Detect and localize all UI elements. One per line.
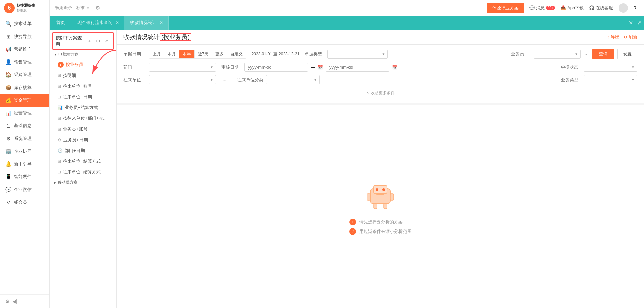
collapse-sidebar-icon[interactable]: ◀|| (12, 299, 18, 304)
member-icon: V (5, 199, 11, 205)
grid-icon: ⊞ (58, 73, 61, 78)
settings-scheme-button[interactable]: ⚙ (94, 37, 102, 45)
tab-home[interactable]: 首页 (50, 16, 72, 30)
logo-icon: 6 (4, 3, 15, 13)
salesperson-label: 业务员 (511, 51, 531, 57)
settings-button[interactable]: 设置 (617, 49, 637, 59)
sidebar-item-label: 快捷导航 (14, 34, 32, 40)
tab-bank[interactable]: 现金银行流水查询 ✕ (72, 16, 125, 30)
sidebar-item-sales[interactable]: 👤 销售管理 (0, 56, 49, 68)
scheme-by-salesperson-account[interactable]: ⊟ 业务员+账号 (50, 124, 116, 135)
sidebar-item-wechat[interactable]: 💬 企业微信 (0, 183, 49, 196)
scheme-by-salesperson-date[interactable]: ⚙ 业务员+日期 (50, 135, 116, 145)
sidebar-item-purchase[interactable]: 🏠 采购管理 (0, 68, 49, 81)
partner-more-icon[interactable]: ··· (223, 77, 226, 82)
expand-window-icon[interactable]: ⤢ (637, 20, 641, 26)
demo-button[interactable]: 体验行业方案 (487, 3, 524, 13)
biz-type-select[interactable] (584, 75, 637, 84)
close-window-icon[interactable]: ✕ (629, 20, 633, 26)
sidebar-item-marketing[interactable]: 📢 营销推广 (0, 43, 49, 56)
page-title: 收款情况统计(按业务员) (123, 33, 607, 41)
calendar-to-icon[interactable]: 📅 (392, 65, 397, 70)
salesperson-more-icon[interactable]: ··· (583, 52, 587, 57)
partner-category-select[interactable] (266, 75, 320, 84)
svg-rect-6 (390, 194, 394, 200)
calendar-from-icon[interactable]: 📅 (318, 65, 323, 70)
scheme-by-unit-account[interactable]: ⊟ 往来单位+账号 (50, 81, 116, 92)
review-date-to[interactable] (326, 63, 389, 72)
svg-rect-1 (374, 185, 387, 194)
settings-footer-icon[interactable]: ⚙ (5, 299, 10, 304)
date-tab-7days[interactable]: 近7天 (195, 50, 212, 58)
tab-bank-close[interactable]: ✕ (116, 20, 119, 25)
scheme-by-dept-date[interactable]: 🕐 部门+日期 (50, 145, 116, 156)
sales-icon: 👤 (5, 59, 11, 65)
gear-icon[interactable]: ⚙ (95, 5, 100, 11)
desktop-section-title[interactable]: ▼ 电脑端方案 (50, 50, 116, 59)
salesperson-select[interactable] (534, 50, 581, 59)
collapse-more-button[interactable]: ∧ 收起更多条件 (123, 88, 637, 99)
date-from: 2023-01-01 (252, 52, 272, 56)
sidebar-item-label: 资金管理 (14, 97, 32, 103)
app-download-action[interactable]: 📥 App下载 (560, 5, 584, 11)
svg-rect-8 (384, 204, 387, 209)
online-service-action[interactable]: 🎧 在线客服 (589, 5, 613, 11)
grid5-icon: ⊟ (58, 127, 61, 132)
scheme-by-unit-settle2[interactable]: ⊟ 往来单位+结算方式 (50, 167, 116, 177)
scheme-by-unit-settle1[interactable]: ⊟ 往来单位+结算方式 (50, 156, 116, 167)
biz-type-label: 业务类型 (561, 77, 581, 83)
scheme-by-salesperson-settle[interactable]: 📊 业务员+结算方式 (50, 102, 116, 113)
date-tab-lastmonth[interactable]: 上月 (149, 50, 164, 58)
scheme-by-unit-dept[interactable]: ⊟ 按往来单位+部门+收... (50, 113, 116, 124)
export-button[interactable]: ↑ 导出 (607, 34, 620, 40)
doc-status-select-wrapper (584, 63, 637, 72)
scheme-by-detail[interactable]: ⊞ 按明细 (50, 70, 116, 81)
sidebar-item-guide[interactable]: 🔔 新手引导 (0, 158, 49, 170)
sidebar-item-quicknav[interactable]: ⊞ 快捷导航 (0, 30, 49, 43)
doc-type-field: 单据类型 (305, 50, 505, 59)
date-tab-thismonth[interactable]: 本月 (164, 50, 179, 58)
scheme-by-unit-date[interactable]: ⊟ 往来单位+日期 (50, 92, 116, 102)
mobile-section-title[interactable]: ▶ 移动端方案 (50, 177, 116, 187)
system-icon: ⚙ (5, 136, 11, 142)
date-tab-thisyear[interactable]: 本年 (179, 50, 195, 58)
sidebar-item-label: 企业微信 (14, 187, 32, 193)
sidebar-item-operations[interactable]: 📊 经营管理 (0, 107, 49, 119)
sidebar-item-basicinfo[interactable]: 🗂 基础信息 (0, 119, 49, 132)
sidebar-item-inventory[interactable]: 📦 库存核算 (0, 81, 49, 94)
doc-type-select[interactable] (327, 50, 388, 59)
query-button[interactable]: 查询 (592, 49, 614, 59)
user-avatar[interactable] (619, 3, 628, 13)
step-2-label: 用过滤条件来缩小分析范围 (359, 228, 412, 235)
review-date-label: 审核日期 (221, 64, 241, 70)
date-tab-more[interactable]: 更多 (212, 50, 227, 58)
review-date-from[interactable] (244, 63, 308, 72)
messages-action[interactable]: 💬 消息 99+ (529, 5, 555, 11)
empty-step-2: 2 用过滤条件来缩小分析范围 (349, 228, 412, 235)
search-icon: 🔍 (5, 21, 11, 27)
sidebar-item-system[interactable]: ⚙ 系统管理 (0, 132, 49, 145)
grid6-icon: ⊟ (58, 159, 61, 164)
grid7-icon: ⊟ (58, 170, 61, 174)
scheme-by-salesperson[interactable]: ● 按业务员 (50, 59, 116, 70)
sidebar-footer: ⚙ ◀|| (0, 294, 49, 308)
left-panel: 按以下方案查询 + ⚙ « ▼ 电脑端方案 ● 按业务员 (50, 30, 117, 308)
sidebar-item-corp[interactable]: 🏢 企业协同 (0, 145, 49, 158)
sidebar-item-finance[interactable]: 💰 资金管理 (0, 94, 49, 107)
date-tab-custom[interactable]: 自定义 (227, 50, 246, 58)
left-panel-title: 按以下方案查询 (56, 35, 84, 47)
tab-receipts[interactable]: 收款情况统计 ✕ (125, 16, 169, 30)
mobile-section: ▶ 移动端方案 (50, 177, 116, 187)
doc-status-select[interactable] (584, 63, 637, 72)
tab-receipts-close[interactable]: ✕ (160, 20, 163, 25)
sidebar-item-search[interactable]: 🔍 搜索菜单 (0, 17, 49, 30)
grid4-icon: ⊟ (58, 116, 61, 121)
refresh-button[interactable]: ↻ 刷新 (624, 34, 637, 40)
sidebar-item-member[interactable]: V 畅会员 (0, 196, 49, 209)
dept-select[interactable] (149, 63, 216, 72)
add-scheme-button[interactable]: + (86, 37, 93, 45)
partner-select[interactable] (149, 75, 216, 84)
collapse-panel-button[interactable]: « (103, 37, 110, 45)
sidebar-item-hardware[interactable]: 📱 智能硬件 (0, 170, 49, 183)
partner-label: 往来单位 (123, 77, 144, 83)
